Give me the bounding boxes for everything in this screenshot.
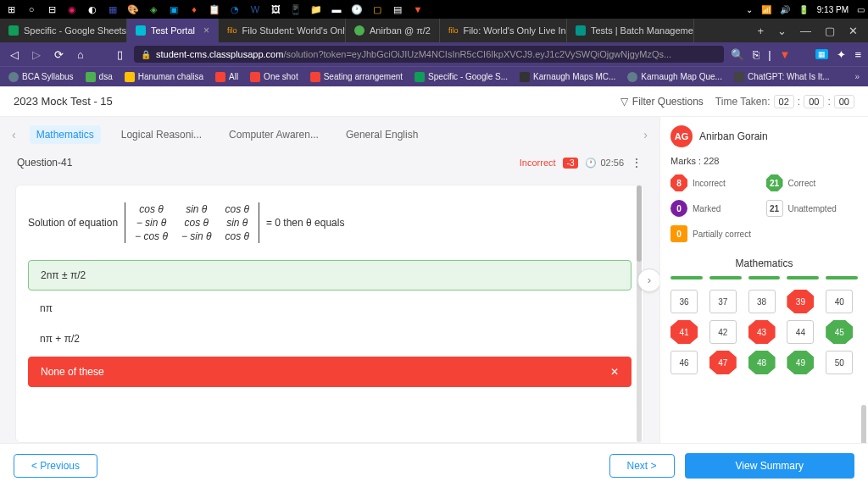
bookmark[interactable]: Hanuman chalisa — [125, 72, 203, 82]
bookmark[interactable]: One shot — [250, 72, 298, 82]
app-icon[interactable]: 🖼 — [268, 2, 283, 17]
app-icon[interactable]: ♦ — [186, 2, 202, 17]
app-icon[interactable]: 🕐 — [349, 2, 364, 17]
option-d[interactable]: None of these✕ — [28, 357, 632, 387]
circle-icon[interactable]: ○ — [24, 2, 39, 17]
app-icon[interactable]: ▢ — [370, 2, 385, 17]
question-cell[interactable]: 40 — [826, 290, 853, 313]
share-icon[interactable]: ⎘ — [753, 48, 760, 61]
option-c[interactable]: nπ + π/2 — [28, 326, 632, 351]
question-cell[interactable]: 42 — [709, 320, 737, 344]
browser-tab[interactable]: Specific - Google Sheets — [0, 19, 127, 42]
overflow-icon[interactable]: » — [854, 72, 860, 81]
word-icon[interactable]: W — [248, 2, 263, 17]
subject-tab-mathematics[interactable]: Mathematics — [30, 125, 101, 144]
extensions-icon[interactable]: ✦ — [837, 48, 846, 61]
bookmark[interactable]: Karnaugh Maps MC... — [520, 72, 615, 82]
app-icon[interactable]: 🎨 — [125, 2, 141, 17]
option-b[interactable]: nπ — [28, 296, 632, 321]
minimize-icon[interactable]: — — [800, 25, 811, 37]
bookmark[interactable]: Specific - Google S... — [415, 72, 508, 82]
brave-shield-icon[interactable]: ▼ — [780, 48, 791, 61]
menu-icon[interactable]: ≡ — [854, 48, 861, 61]
bookmark[interactable]: ChatGPT: What Is It... — [734, 72, 830, 82]
next-button[interactable]: Next > — [609, 454, 675, 478]
browser-tab[interactable]: filoFilo: World's Only Live Insta — [440, 19, 567, 42]
bookmark[interactable]: dsa — [86, 72, 113, 82]
app-icon[interactable]: ▣ — [166, 2, 181, 17]
question-cell[interactable]: 41 — [670, 320, 698, 344]
windows-icon[interactable]: ⊞ — [3, 2, 19, 17]
question-cell[interactable]: 36 — [670, 290, 698, 313]
edge-icon[interactable]: ◔ — [227, 2, 242, 17]
app-icon[interactable]: ◉ — [64, 2, 80, 17]
explorer-icon[interactable]: 📁 — [309, 2, 324, 17]
kebab-menu-icon[interactable]: ⋮ — [631, 156, 643, 169]
subject-tab-computer[interactable]: Computer Awaren... — [222, 125, 326, 144]
app-icon[interactable]: 📋 — [207, 2, 222, 17]
new-tab-button[interactable]: + — [757, 25, 764, 37]
app-icon[interactable]: ▤ — [390, 2, 405, 17]
task-view-icon[interactable]: ⊟ — [44, 2, 59, 17]
chatgpt-icon — [734, 72, 744, 82]
home-button[interactable]: ⌂ — [73, 48, 88, 61]
chrome-icon[interactable]: ◐ — [85, 2, 100, 17]
chevron-down-icon[interactable]: ⌄ — [777, 25, 787, 37]
clock[interactable]: 9:13 PM — [817, 5, 849, 14]
avatar: AG — [670, 125, 693, 147]
browser-tab[interactable]: Anirban @ π/2 — [346, 19, 440, 42]
subject-tab-english[interactable]: General English — [339, 125, 425, 144]
volume-icon[interactable]: 🔊 — [780, 5, 790, 14]
sidebar-icon[interactable]: ▯ — [112, 48, 127, 61]
notification-icon[interactable]: ▭ — [857, 5, 865, 14]
question-cell[interactable]: 47 — [709, 351, 737, 374]
chevron-left-icon[interactable]: ‹ — [12, 128, 16, 141]
view-summary-button[interactable]: View Summary — [685, 453, 854, 479]
bookmark[interactable]: All — [215, 72, 238, 82]
close-icon[interactable]: × — [203, 25, 209, 36]
question-cell[interactable]: 37 — [709, 290, 737, 313]
maximize-icon[interactable]: ▢ — [825, 25, 835, 37]
divider: | — [768, 48, 771, 61]
previous-button[interactable]: < Previous — [14, 454, 97, 478]
app-icon[interactable]: ▬ — [329, 2, 344, 17]
wifi-icon[interactable]: 📶 — [761, 5, 771, 14]
bookmark[interactable]: BCA Syllabus — [8, 72, 74, 82]
app-icon[interactable]: ▦ — [815, 49, 828, 59]
browser-tab[interactable]: Tests | Batch Management — [567, 19, 694, 42]
bookmark[interactable]: Seating arrangement — [310, 72, 403, 82]
scrollbar[interactable] — [637, 185, 642, 442]
forward-button[interactable]: ▷ — [29, 48, 44, 61]
question-cell[interactable]: 38 — [748, 290, 776, 313]
browser-tab-strip: Specific - Google Sheets Test Portal× fi… — [0, 19, 868, 42]
battery-icon[interactable]: 🔋 — [798, 5, 809, 14]
chevron-right-icon[interactable]: › — [643, 128, 648, 141]
question-cell[interactable]: 46 — [670, 351, 698, 374]
question-cell[interactable]: 48 — [748, 351, 776, 374]
app-icon[interactable]: ▦ — [105, 2, 120, 17]
brave-icon[interactable]: ▼ — [410, 2, 426, 17]
question-cell[interactable]: 50 — [826, 351, 853, 374]
back-button[interactable]: ◁ — [7, 48, 22, 61]
chevron-down-icon[interactable]: ⌄ — [746, 5, 753, 14]
question-cell[interactable]: 43 — [748, 320, 776, 344]
browser-tab[interactable]: Test Portal× — [127, 19, 219, 42]
question-cell[interactable]: 45 — [826, 320, 853, 344]
question-cell[interactable]: 44 — [787, 320, 814, 344]
app-icon[interactable]: ◈ — [146, 2, 161, 17]
close-icon[interactable]: ✕ — [849, 25, 858, 37]
tests-icon — [576, 25, 586, 36]
filter-questions-button[interactable]: ▽ Filter Questions — [620, 96, 704, 108]
expand-panel-button[interactable]: › — [637, 268, 659, 292]
bookmark[interactable]: Karnaugh Map Que... — [627, 72, 722, 82]
zoom-icon[interactable]: 🔍 — [731, 48, 744, 61]
option-a[interactable]: 2nπ ± π/2 — [28, 260, 632, 291]
browser-tab[interactable]: filoFilo Student: World's Only L — [219, 19, 346, 42]
app-icon[interactable]: 📱 — [288, 2, 303, 17]
reload-button[interactable]: ⟳ — [51, 48, 66, 61]
scrollbar[interactable] — [861, 405, 866, 443]
question-cell[interactable]: 49 — [787, 351, 814, 374]
address-bar[interactable]: 🔒 student-cms.classplusapp.com /solution… — [134, 46, 724, 63]
question-cell[interactable]: 39 — [787, 290, 814, 313]
subject-tab-logical[interactable]: Logical Reasoni... — [114, 125, 209, 144]
